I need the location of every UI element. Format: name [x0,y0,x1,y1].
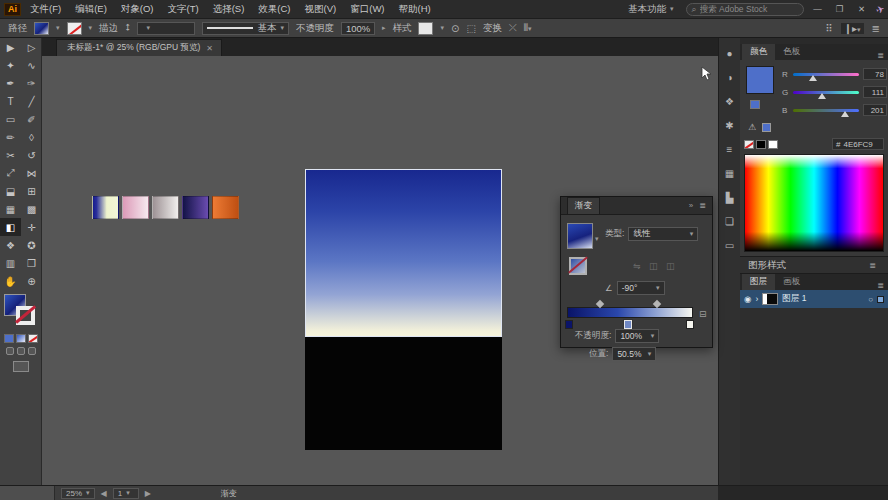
menu-item-view[interactable]: 视图(V) [298,1,344,18]
search-box[interactable]: ⌕ [686,3,804,16]
collapse-panel-icon[interactable]: » [689,201,693,210]
symbol-sprayer-tool[interactable]: ✪ [21,236,42,254]
color-button[interactable] [4,334,14,343]
gradient-opacity-select[interactable]: 100%▾ [615,329,659,343]
expand-arrow-icon[interactable]: › [755,294,758,304]
scale-tool[interactable]: ⤢ [0,164,21,182]
color-panel-icon[interactable]: ● [726,48,732,59]
layer-row[interactable]: ◉ › 图层 1 ○ [740,290,888,308]
layers-panel-icon[interactable]: ❏ [725,216,734,227]
position-select[interactable]: 50.5%▾ [612,347,656,361]
menu-item-effect[interactable]: 效果(C) [251,1,297,18]
app-logo-icon[interactable]: Ai [4,3,21,16]
brushes-panel-icon[interactable]: ✱ [725,120,733,131]
shaper-tool[interactable]: ✏ [0,128,21,146]
recolor-artwork-icon[interactable]: ⊙ [451,23,459,34]
slider-handle[interactable] [841,111,849,117]
magic-wand-tool[interactable]: ✦ [0,56,21,74]
menu-item-window[interactable]: 窗口(W) [343,1,391,18]
opacity-arrow-icon[interactable]: ▸ [382,24,386,32]
paintbrush-tool[interactable]: ✐ [21,110,42,128]
panel-menu-icon[interactable]: ≣ [699,201,706,210]
menu-item-help[interactable]: 帮助(H) [392,1,438,18]
gradient-swatch-4[interactable] [182,196,209,219]
white-swatch[interactable] [768,140,778,149]
stroke-color-swatch[interactable] [67,22,82,35]
current-color-swatch[interactable] [746,66,774,94]
gradient-panel-titlebar[interactable]: 渐变 » ≣ [561,197,712,215]
stroke-panel-icon[interactable]: ≡ [727,144,733,155]
gradient-midpoint-handle[interactable] [596,300,604,308]
slider-handle[interactable] [818,93,826,99]
fill-color-swatch[interactable] [34,22,49,35]
free-transform-tool[interactable]: ⬓ [0,182,21,200]
eyedropper-tool[interactable]: ✛ [21,218,42,236]
arrange-icon[interactable]: ⫴▾ [524,22,532,34]
direct-selection-tool[interactable]: ▷ [21,38,42,56]
tab-artboards[interactable]: 画板 [775,274,808,290]
gradient-thumb-chevron-icon[interactable]: ▾ [595,235,599,243]
rotate-tool[interactable]: ↺ [21,146,42,164]
draw-normal-button[interactable] [6,347,14,355]
gradient-swatch-1[interactable] [92,196,119,219]
screen-mode-button[interactable] [13,361,29,372]
gradient-swatch-2[interactable] [122,196,149,219]
shape-builder-tool[interactable]: ⊞ [21,182,42,200]
slider-handle[interactable] [809,75,817,81]
menu-item-edit[interactable]: 编辑(E) [68,1,114,18]
tab-layers[interactable]: 图层 [742,274,775,290]
menu-item-file[interactable]: 文件(F) [23,1,68,18]
gradient-stop-handle[interactable] [565,320,573,329]
slider-value-r[interactable]: 78 [863,68,887,80]
draw-inside-button[interactable] [28,347,36,355]
slider-track-b[interactable] [793,109,859,112]
draw-behind-button[interactable] [17,347,25,355]
eraser-tool[interactable]: ◊ [21,128,42,146]
slider-track-g[interactable] [793,91,859,94]
fill-chevron-icon[interactable]: ▾ [56,24,60,32]
menu-item-type[interactable]: 文字(T) [161,1,206,18]
pen-tool[interactable]: ✒ [0,74,21,92]
graphic-styles-menu-icon[interactable]: ≣ [869,261,876,270]
gradient-type-select[interactable]: 线性▾ [628,227,698,241]
transform-link[interactable]: 变换 [483,22,502,35]
color-panel-menu-icon[interactable]: ≣ [877,51,884,60]
line-segment-tool[interactable]: ╱ [21,92,42,110]
hamburger-menu-icon[interactable]: ≣ [872,23,880,34]
stroke-weight-stepper[interactable]: ⭥ [125,22,130,34]
width-profile-select[interactable]: ▾ [137,22,195,35]
prev-artboard-icon[interactable]: ◀ [101,489,107,498]
slider-value-g[interactable]: 111 [863,86,887,98]
document-tab[interactable]: 未标题-1* @ 25% (RGB/GPU 预览) ✕ [56,39,222,56]
color-spectrum[interactable] [744,154,884,252]
none-swatch[interactable] [744,140,754,149]
hex-field[interactable]: #4E6FC9 [832,138,884,150]
artboard-tool[interactable]: ❐ [21,254,42,272]
search-input[interactable] [700,4,798,14]
gradient-button[interactable] [16,334,26,343]
layers-panel-menu-icon[interactable]: ≣ [877,281,884,290]
black-rectangle[interactable] [305,337,502,450]
stroke-chevron-icon[interactable]: ▾ [89,24,93,32]
stroke-swatch[interactable] [16,306,35,325]
transparency-panel-icon[interactable]: ▦ [725,168,734,179]
workspace-switcher[interactable]: 基本功能 ▾ [622,2,680,17]
blend-tool[interactable]: ❖ [0,236,21,254]
zoom-level-select[interactable]: 25%▾ [61,488,95,499]
gradient-fill-thumbnail[interactable] [567,223,593,249]
style-chevron-icon[interactable]: ▾ [440,24,444,32]
graphic-styles-header[interactable]: 图形样式 ≣ [740,256,888,274]
menu-item-select[interactable]: 选择(S) [206,1,252,18]
opacity-field[interactable]: 100% [341,22,375,35]
gradient-midpoint-handle[interactable] [653,300,661,308]
gradient-slider[interactable] [567,307,693,318]
minimize-button[interactable]: — [810,4,826,14]
black-swatch[interactable] [756,140,766,149]
menu-item-object[interactable]: 对象(O) [114,1,161,18]
artboard-nav-select[interactable]: 1▾ [113,488,139,499]
curvature-tool[interactable]: ✑ [21,74,42,92]
graphic-styles-panel-icon[interactable]: ▙ [726,192,734,203]
perspective-grid-tool[interactable]: ▦ [0,200,21,218]
width-tool[interactable]: ⋈ [21,164,42,182]
scissors-tool[interactable]: ✂ [0,146,21,164]
